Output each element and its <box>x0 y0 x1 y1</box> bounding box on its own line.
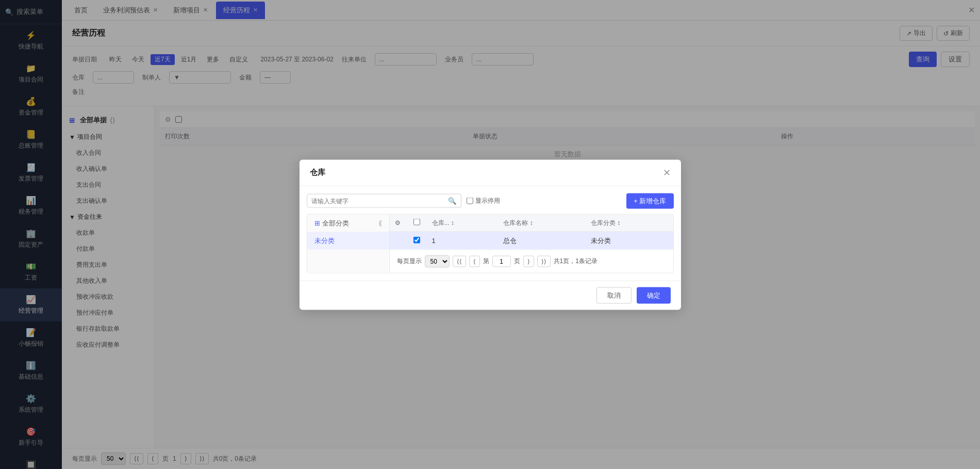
modal-close-button[interactable]: ✕ <box>663 167 671 178</box>
modal-title: 仓库 <box>310 168 325 177</box>
modal-search-box[interactable]: 🔍 <box>307 194 461 208</box>
row-code: 1 <box>427 232 499 250</box>
show-disabled-checkbox[interactable] <box>467 198 473 204</box>
row-checkbox-cell <box>408 232 427 250</box>
row-name: 总仓 <box>498 232 586 250</box>
modal-last-page-btn[interactable]: ⟩⟩ <box>537 255 551 267</box>
modal-header: 仓库 ✕ <box>300 159 681 186</box>
modal-left-item-unclassified[interactable]: 未分类 <box>307 232 389 249</box>
modal-total-info: 共1页，1条记录 <box>554 257 597 266</box>
row-category: 未分类 <box>586 232 673 250</box>
row-checkbox[interactable] <box>413 236 420 243</box>
table-select-all[interactable] <box>413 219 420 225</box>
page-label: 页 <box>514 257 520 266</box>
settings-col-icon[interactable]: ⚙ <box>395 219 401 227</box>
modal-search-button[interactable]: 🔍 <box>444 195 461 207</box>
modal-body: 🔍 显示停用 + 新增仓库 ⊞ 全部分类 ⟪ 未分类 <box>300 186 681 280</box>
per-page-label: 每页显示 <box>397 257 422 266</box>
page-word: 第 <box>483 257 489 266</box>
modal-toolbar: 🔍 显示停用 + 新增仓库 <box>307 193 674 208</box>
modal-pagination: 每页显示 50 ⟨⟨ ⟨ 第 页 ⟩ ⟩⟩ 共1页，1条记录 <box>390 250 673 272</box>
show-disabled-label[interactable]: 显示停用 <box>467 197 500 205</box>
collapse-left-icon[interactable]: ⟪ <box>378 219 382 227</box>
confirm-button[interactable]: 确定 <box>637 287 671 303</box>
table-row[interactable]: 1 总仓 未分类 <box>390 232 673 250</box>
modal-footer: 取消 确定 <box>300 280 681 310</box>
modal-next-page-btn[interactable]: ⟩ <box>523 255 534 267</box>
modal-right-panel: ⚙ 仓库... ↕ 仓库名称 ↕ <box>390 214 673 272</box>
warehouse-table: ⚙ 仓库... ↕ 仓库名称 ↕ <box>390 214 673 250</box>
col-checkbox <box>408 214 427 232</box>
modal-left-item-all[interactable]: ⊞ 全部分类 ⟪ <box>307 214 389 232</box>
add-warehouse-button[interactable]: + 新增仓库 <box>626 193 673 208</box>
cancel-button[interactable]: 取消 <box>596 287 632 303</box>
modal-left-panel: ⊞ 全部分类 ⟪ 未分类 <box>307 214 390 272</box>
modal-prev-page-btn[interactable]: ⟨ <box>469 255 480 267</box>
grid-small-icon: ⊞ <box>314 219 320 227</box>
col-settings: ⚙ <box>390 214 408 232</box>
col-warehouse-name[interactable]: 仓库名称 ↕ <box>498 214 586 232</box>
col-warehouse-code[interactable]: 仓库... ↕ <box>427 214 499 232</box>
modal-search-input[interactable] <box>307 195 444 207</box>
warehouse-modal: 仓库 ✕ 🔍 显示停用 + 新增仓库 ⊞ 全部分类 ⟪ <box>300 159 681 310</box>
modal-page-size-select[interactable]: 50 <box>425 255 450 267</box>
col-warehouse-category[interactable]: 仓库分类 ↕ <box>586 214 673 232</box>
modal-first-page-btn[interactable]: ⟨⟨ <box>453 255 466 267</box>
row-action-cell <box>390 232 408 250</box>
modal-current-page-input[interactable] <box>492 255 511 267</box>
modal-content-layout: ⊞ 全部分类 ⟪ 未分类 ⚙ <box>307 214 674 273</box>
